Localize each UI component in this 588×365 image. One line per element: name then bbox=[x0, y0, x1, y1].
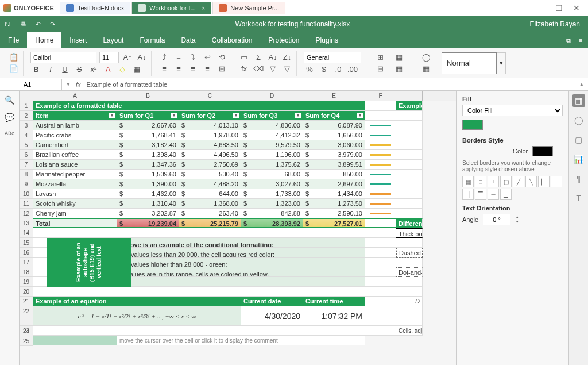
row-header[interactable]: 24 bbox=[20, 326, 33, 336]
cell[interactable] bbox=[396, 189, 423, 199]
cell[interactable] bbox=[396, 287, 423, 297]
cell[interactable]: Example of an equation bbox=[33, 297, 241, 306]
font-size-select[interactable] bbox=[99, 52, 119, 63]
cell[interactable]: 4,683.50 bbox=[179, 140, 241, 150]
underline-icon[interactable]: U bbox=[59, 64, 71, 75]
cell[interactable]: 842.88 bbox=[241, 209, 303, 218]
cell[interactable]: Scotch whisky bbox=[33, 199, 117, 209]
minimize-button[interactable]: — bbox=[537, 3, 545, 13]
cell[interactable]: 3,979.00 bbox=[303, 150, 365, 160]
cell[interactable]: Cherry jam bbox=[33, 209, 117, 218]
cell[interactable] bbox=[365, 248, 396, 258]
cell[interactable] bbox=[365, 179, 396, 189]
cell[interactable]: Dot-and- bbox=[396, 267, 423, 277]
cell[interactable] bbox=[365, 218, 396, 228]
cell[interactable]: Current time bbox=[303, 297, 365, 306]
cell[interactable]: 4,488.20 bbox=[179, 179, 241, 189]
border-inside-icon[interactable]: + bbox=[488, 176, 499, 187]
cell[interactable] bbox=[303, 228, 365, 238]
wrap-icon[interactable]: ↩ bbox=[202, 52, 213, 63]
col-header-d[interactable]: D bbox=[241, 91, 303, 101]
row-header[interactable]: 9 bbox=[20, 179, 33, 189]
row-header[interactable]: 14 bbox=[20, 228, 33, 238]
doc-tab-spreadsheet[interactable]: Workbook for t...× bbox=[131, 2, 211, 14]
menu-formula[interactable]: Formula bbox=[131, 32, 173, 48]
align-bottom-icon[interactable]: ⤵ bbox=[187, 52, 199, 63]
cell[interactable]: 3,202.87 bbox=[117, 209, 179, 218]
col-header-c[interactable]: C bbox=[179, 91, 241, 101]
increase-size-icon[interactable]: A↑ bbox=[122, 52, 133, 63]
orientation-icon[interactable]: ⟲ bbox=[216, 52, 227, 63]
border-color-swatch[interactable] bbox=[532, 146, 553, 156]
cell[interactable]: 1,434.00 bbox=[303, 189, 365, 199]
border-top-icon[interactable]: ▔ bbox=[475, 189, 486, 200]
row-header[interactable]: 16 bbox=[20, 248, 33, 258]
cell[interactable]: 2,667.60 bbox=[117, 121, 179, 130]
row-header[interactable]: 21 bbox=[20, 297, 33, 306]
cell[interactable] bbox=[303, 287, 365, 297]
font-select[interactable] bbox=[30, 52, 96, 63]
redo-icon[interactable]: ↷ bbox=[50, 21, 55, 28]
border-outer-icon[interactable]: ▢ bbox=[500, 176, 512, 187]
fill-color-icon[interactable]: ◇ bbox=[117, 64, 128, 75]
sort-az-icon[interactable]: A↓ bbox=[267, 52, 278, 63]
cell[interactable]: for values higher than 28 000 - green; bbox=[117, 258, 365, 267]
cell[interactable]: Example bbox=[396, 101, 423, 111]
superscript-icon[interactable]: x² bbox=[88, 64, 99, 75]
cell[interactable]: Pacific crabs bbox=[33, 130, 117, 140]
insert-function-icon[interactable]: fx bbox=[238, 64, 250, 74]
spellcheck-icon[interactable]: ᴬᴮᶜ bbox=[5, 130, 14, 139]
cell[interactable]: Above is an example of the conditional f… bbox=[117, 238, 365, 248]
cell[interactable] bbox=[179, 326, 241, 336]
cell[interactable]: 3,899.51 bbox=[303, 160, 365, 170]
border-v-icon[interactable]: │ bbox=[551, 176, 562, 187]
cell[interactable]: 4,412.32 bbox=[241, 130, 303, 140]
menu-insert[interactable]: Insert bbox=[61, 32, 95, 48]
cell[interactable]: 1,390.00 bbox=[117, 179, 179, 189]
cell[interactable]: Sum for Q4 bbox=[303, 111, 365, 121]
cell[interactable] bbox=[365, 199, 396, 209]
conditional-format-icon[interactable]: ▦ bbox=[391, 52, 407, 63]
row-header[interactable]: 25 bbox=[20, 336, 33, 346]
cell[interactable]: Lavash bbox=[33, 189, 117, 199]
cell[interactable]: 1,310.40 bbox=[117, 199, 179, 209]
cell[interactable]: 4/30/2020 bbox=[241, 306, 303, 326]
cell[interactable]: 1,273.50 bbox=[303, 199, 365, 209]
paste-icon[interactable]: 📄 bbox=[8, 64, 20, 74]
cell[interactable] bbox=[396, 150, 423, 160]
angle-down-icon[interactable]: ▼ bbox=[515, 220, 519, 224]
cell[interactable]: 530.40 bbox=[179, 170, 241, 179]
name-box[interactable] bbox=[21, 79, 62, 90]
border-all-icon[interactable]: ▦ bbox=[462, 176, 474, 187]
user-name[interactable]: Elizabeth Rayan bbox=[530, 20, 580, 28]
undo-icon[interactable]: ↶ bbox=[36, 21, 41, 28]
cell[interactable]: Sum for Q1 bbox=[117, 111, 179, 121]
text-settings-icon[interactable]: ¶ bbox=[572, 172, 585, 185]
border-h-icon[interactable]: ─ bbox=[488, 189, 499, 200]
cell[interactable]: 4,013.10 bbox=[179, 121, 241, 130]
cell[interactable] bbox=[241, 228, 303, 238]
formula-input[interactable] bbox=[84, 79, 575, 90]
name-box-dropdown[interactable]: ▾ bbox=[64, 80, 72, 88]
increase-decimal-icon[interactable]: .00 bbox=[347, 64, 358, 75]
cell[interactable]: 1,978.00 bbox=[179, 130, 241, 140]
cell[interactable] bbox=[365, 287, 396, 297]
cell[interactable]: 850.00 bbox=[303, 170, 365, 179]
cell[interactable] bbox=[241, 287, 303, 297]
cell[interactable]: 1,196.00 bbox=[241, 150, 303, 160]
remove-filter-icon[interactable]: ▽ bbox=[281, 64, 293, 74]
insert-image-icon[interactable]: ▦ bbox=[418, 64, 434, 74]
align-middle-icon[interactable]: ≡ bbox=[173, 52, 184, 63]
cell[interactable]: 1,323.00 bbox=[241, 199, 303, 209]
cell[interactable]: Brazilian coffee bbox=[33, 150, 117, 160]
insert-cells-icon[interactable]: ⊞ bbox=[372, 52, 388, 63]
row-header[interactable]: 1 bbox=[20, 101, 33, 111]
cell[interactable] bbox=[396, 130, 423, 140]
angle-up-icon[interactable]: ▲ bbox=[515, 215, 519, 220]
cell-settings-icon[interactable]: ▦ bbox=[572, 94, 585, 107]
select-all-corner[interactable] bbox=[20, 91, 33, 101]
fx-icon[interactable]: fx bbox=[72, 81, 84, 88]
percent-icon[interactable]: % bbox=[304, 64, 315, 75]
menu-data[interactable]: Data bbox=[173, 32, 203, 48]
chart-settings-icon[interactable]: 📊 bbox=[572, 153, 585, 166]
